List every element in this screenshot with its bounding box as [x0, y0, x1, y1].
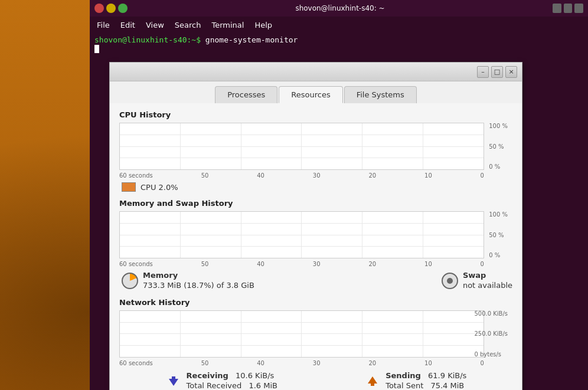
cpu-lbl-50: 50	[201, 172, 209, 179]
terminal-extra-btn3[interactable]	[574, 4, 583, 13]
receiving-arrow-icon	[165, 373, 182, 389]
mem-col-5	[362, 212, 423, 258]
terminal-titlebar: shovon@linuxhint-s40: ~	[90, 0, 588, 17]
tab-resources[interactable]: Resources	[279, 86, 342, 103]
net-lbl-0: 0	[481, 360, 484, 366]
cpu-bottom-labels: 60 seconds 50 40 30 20 10 0	[119, 172, 512, 179]
swap-legend-item: Swap not available	[442, 271, 512, 291]
mem-col-4	[302, 212, 362, 258]
network-col-lines	[120, 311, 484, 357]
total-sent-label: Total Sent	[386, 381, 423, 390]
net-col-2	[181, 311, 241, 357]
net-col-1	[120, 311, 181, 357]
memory-value: 733.3 MiB (18.7%) of 3.8 GiB	[143, 281, 254, 290]
mem-lbl-10: 10	[424, 261, 432, 267]
sysmon-body: CPU History	[110, 103, 522, 390]
sysmon-minimize-btn[interactable]: –	[477, 66, 489, 78]
net-lbl-40: 40	[257, 360, 264, 366]
cpu-col-5	[362, 123, 423, 169]
network-bottom-labels: 60 seconds 50 40 30 20 10 0	[119, 360, 512, 366]
terminal-min-btn[interactable]	[106, 4, 116, 13]
cpu-section-title: CPU History	[119, 110, 512, 119]
cpu-col-6	[423, 123, 484, 169]
cpu-label-50: 50 %	[489, 143, 508, 150]
net-lbl-30: 30	[313, 360, 321, 366]
cpu-lbl-60s: 60 seconds	[119, 172, 153, 179]
tab-file-systems[interactable]: File Systems	[344, 86, 417, 103]
net-label-500: 500.0 KiB/s	[474, 310, 508, 317]
receiving-label: Receiving	[187, 371, 228, 380]
cpu-lbl-30: 30	[313, 172, 321, 179]
sysmon-tab-bar: Processes Resources File Systems	[110, 81, 522, 103]
total-received-value: 1.6 MiB	[249, 381, 277, 390]
tab-processes[interactable]: Processes	[215, 86, 277, 103]
mem-label-50: 50 %	[489, 232, 508, 238]
memory-chart-wrapper: 100 % 50 % 0 %	[119, 211, 484, 258]
sending-label: Sending	[386, 371, 421, 380]
cpu-col-4	[302, 123, 362, 169]
svg-marker-0	[169, 376, 178, 386]
mem-lbl-40: 40	[257, 261, 264, 267]
terminal-prompt-1: shovon@linuxhint-s40:~$	[94, 35, 201, 44]
sysmon-titlebar: – □ ×	[110, 63, 522, 81]
menu-terminal[interactable]: Terminal	[207, 19, 249, 31]
terminal-wm-buttons	[94, 4, 128, 13]
menu-help[interactable]: Help	[250, 19, 277, 31]
mem-label-100: 100 %	[489, 211, 508, 218]
net-lbl-10: 10	[424, 360, 432, 366]
swap-label: Swap	[463, 271, 486, 280]
menu-view[interactable]: View	[141, 19, 169, 31]
sysmon-window: – □ × Processes Resources File Systems C…	[109, 62, 522, 390]
memory-legend-text: Memory 733.3 MiB (18.7%) of 3.8 GiB	[143, 271, 254, 291]
terminal-title: shovon@linuxhint-s40: ~	[128, 4, 553, 12]
memory-bottom-labels: 60 seconds 50 40 30 20 10 0	[119, 261, 512, 267]
menu-search[interactable]: Search	[170, 19, 206, 31]
terminal-menubar: File Edit View Search Terminal Help	[90, 17, 588, 33]
mem-col-1	[120, 212, 181, 258]
sending-arrow-icon	[364, 373, 381, 389]
total-received-label: Total Received	[187, 381, 242, 390]
cpu-col-1	[120, 123, 181, 169]
receiving-legend: Receiving 10.6 KiB/s Total Received 1.6 …	[165, 371, 277, 390]
mem-label-0: 0 %	[489, 252, 508, 258]
net-col-3	[241, 311, 302, 357]
net-col-5	[362, 311, 423, 357]
mem-col-2	[181, 212, 241, 258]
memory-legend-item: Memory 733.3 MiB (18.7%) of 3.8 GiB	[122, 271, 254, 291]
network-legend: Receiving 10.6 KiB/s Total Received 1.6 …	[119, 370, 512, 390]
sysmon-restore-btn[interactable]: □	[491, 66, 503, 78]
sidebar-background	[0, 0, 90, 390]
memory-chart	[119, 211, 484, 258]
network-chart	[119, 310, 484, 358]
terminal-max-btn[interactable]	[118, 4, 128, 13]
sending-text: Sending 61.9 KiB/s Total Sent 75.4 MiB	[386, 371, 466, 390]
mem-lbl-60s: 60 seconds	[119, 261, 153, 267]
receiving-text: Receiving 10.6 KiB/s Total Received 1.6 …	[187, 371, 277, 390]
terminal-extra-btn2[interactable]	[564, 4, 573, 13]
menu-edit[interactable]: Edit	[116, 19, 140, 31]
mem-lbl-20: 20	[368, 261, 376, 267]
net-lbl-20: 20	[368, 360, 376, 366]
mem-lbl-30: 30	[313, 261, 321, 267]
memory-right-labels: 100 % 50 % 0 %	[488, 211, 509, 258]
terminal-cmd-1: gnome-system-monitor	[201, 35, 298, 44]
net-col-4	[302, 311, 362, 357]
mem-col-6	[423, 212, 484, 258]
cpu-col-2	[181, 123, 241, 169]
cpu-chart	[119, 123, 484, 170]
net-lbl-50: 50	[201, 360, 209, 366]
cpu-section: CPU History	[119, 110, 512, 192]
cpu-label-100: 100 %	[489, 123, 508, 129]
cpu-legend-swatch	[122, 182, 136, 192]
net-label-250: 250.0 KiB/s	[474, 330, 508, 337]
menu-file[interactable]: File	[92, 19, 115, 31]
sysmon-close-btn[interactable]: ×	[505, 66, 517, 78]
memory-icon	[122, 273, 138, 289]
swap-legend-text: Swap not available	[463, 271, 512, 291]
terminal-close-btn[interactable]	[94, 4, 104, 13]
network-section-title: Network History	[119, 298, 512, 307]
terminal-extra-btn1[interactable]	[553, 4, 561, 13]
total-sent-value: 75.4 MiB	[430, 381, 464, 390]
receiving-value: 10.6 KiB/s	[236, 371, 274, 380]
sending-value: 61.9 KiB/s	[428, 371, 466, 380]
